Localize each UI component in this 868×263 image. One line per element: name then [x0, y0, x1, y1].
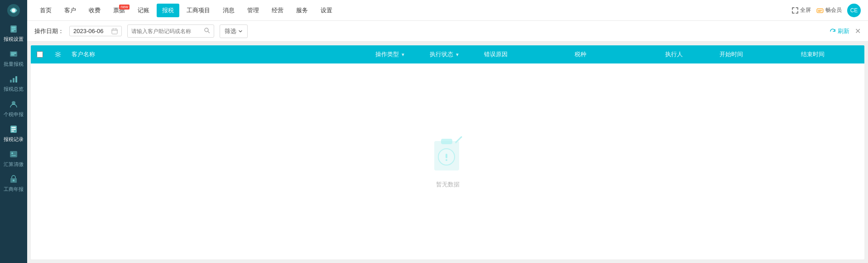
svg-rect-3 [11, 27, 16, 28]
sidebar-item-baoshuizonglan-label: 报税总览 [4, 86, 24, 92]
refresh-label: 刷新 [838, 27, 849, 35]
sidebar-item-baoshuijilu[interactable]: 报税记录 [0, 121, 27, 146]
svg-point-25 [205, 28, 208, 32]
th-shuizhong: 税种 [570, 50, 661, 58]
toolbar: 操作日期： 筛选 刷新 ✕ [27, 21, 868, 42]
svg-rect-19 [11, 155, 16, 156]
svg-rect-5 [11, 30, 14, 31]
fullscreen-button[interactable]: 全屏 [792, 6, 811, 14]
refresh-icon [830, 28, 836, 34]
date-input-wrap[interactable] [69, 26, 122, 36]
th-zhixingzhuangtai[interactable]: 执行状态 ▼ [425, 50, 480, 58]
baoshuijilu-icon [9, 125, 18, 135]
sidebar-item-piliangbaoshui[interactable]: 批量报税 [0, 46, 27, 71]
empty-clipboard-svg [430, 134, 466, 175]
sidebar-item-baoshuishezhi[interactable]: 报税设置 [0, 21, 27, 46]
sidebar-item-gongshangnianbaO[interactable]: 工商年报 [0, 171, 27, 196]
main-area: 首页 客户 收费 票据 new 记账 报税 工商项目 消息 管理 经营 服务 设… [27, 0, 868, 263]
search-button[interactable] [200, 25, 214, 37]
fullscreen-label: 全屏 [800, 6, 811, 14]
new-badge: new [119, 5, 129, 10]
th-cuowuyuanyin: 错误原因 [480, 50, 570, 58]
sidebar-item-geshuishenbao-label: 个税申报 [4, 112, 24, 117]
search-icon [204, 27, 210, 34]
svg-rect-8 [11, 54, 14, 55]
select-all-checkbox[interactable] [37, 51, 43, 58]
content-area: 操作日期： 筛选 刷新 ✕ [27, 21, 868, 263]
svg-rect-24 [112, 29, 117, 34]
empty-text: 暂无数据 [436, 180, 460, 189]
sort-icon-caozuoleixing: ▼ [401, 52, 405, 57]
calendar-icon [111, 28, 118, 34]
sidebar-item-huisuanjiaona[interactable]: 汇算清缴 [0, 146, 27, 171]
app-logo[interactable] [0, 0, 27, 21]
close-button[interactable]: ✕ [855, 27, 861, 35]
sidebar-item-baoshuijilu-label: 报税记录 [4, 136, 24, 142]
search-input[interactable] [128, 26, 200, 37]
table-body-empty: 暂无数据 [31, 63, 864, 259]
nav-item-gongshangxiangmu[interactable]: 工商项目 [181, 4, 216, 17]
svg-rect-10 [13, 78, 14, 83]
svg-rect-4 [11, 29, 16, 29]
gongshangnianbaO-icon [9, 175, 18, 185]
th-zhixingren: 执行人 [661, 50, 715, 58]
settings-icon [54, 51, 62, 58]
nav-item-jizhang[interactable]: 记账 [132, 4, 155, 17]
svg-rect-15 [11, 129, 16, 130]
nav-item-fuwu[interactable]: 服务 [291, 4, 313, 17]
svg-rect-28 [441, 139, 452, 144]
date-input[interactable] [73, 28, 110, 34]
svg-rect-7 [11, 53, 16, 54]
huisuanjiaona-icon [9, 150, 18, 160]
nav-items: 首页 客户 收费 票据 new 记账 报税 工商项目 消息 管理 经营 服务 设… [34, 4, 792, 17]
nav-item-shoufei[interactable]: 收费 [83, 4, 106, 17]
search-wrap [127, 24, 214, 38]
nav-item-guanli[interactable]: 管理 [242, 4, 264, 17]
svg-point-31 [446, 159, 447, 161]
sort-icon-zhixingzhuangtai: ▼ [455, 52, 460, 57]
piliangbaoshui-icon [9, 49, 18, 60]
nav-item-xiaoxi[interactable]: 消息 [217, 4, 240, 17]
sidebar-item-geshuishenbao[interactable]: 个税申报 [0, 96, 27, 121]
th-jieshushijian: 结束时间 [796, 50, 864, 58]
svg-rect-6 [10, 51, 17, 57]
sidebar-item-baoshuishezhi-label: 报税设置 [4, 36, 24, 42]
svg-rect-16 [11, 131, 14, 132]
member-label: 畅会员 [825, 6, 842, 14]
th-gear[interactable] [49, 51, 67, 58]
nav-item-baoshui[interactable]: 报税 [157, 4, 179, 17]
fullscreen-icon [792, 7, 798, 14]
member-icon [816, 7, 824, 14]
nav-item-shouye[interactable]: 首页 [34, 4, 57, 17]
table-container: 客户名称 操作类型 ▼ 执行状态 ▼ 错误原因 税种 执行人 [31, 45, 864, 259]
svg-point-26 [57, 54, 59, 56]
svg-rect-14 [11, 127, 16, 128]
member-button[interactable]: 畅会员 [816, 6, 842, 14]
sidebar-item-huisuanjiaona-label: 汇算清缴 [4, 161, 24, 167]
baoshuishezhi-icon [9, 24, 18, 35]
nav-item-kehu[interactable]: 客户 [59, 4, 82, 17]
geshuishenbao-icon [9, 100, 18, 110]
svg-point-18 [11, 152, 13, 154]
chevron-down-icon [238, 29, 243, 34]
svg-rect-30 [446, 154, 447, 158]
table-header: 客户名称 操作类型 ▼ 执行状态 ▼ 错误原因 税种 执行人 [31, 45, 864, 63]
refresh-button[interactable]: 刷新 [830, 27, 849, 35]
sidebar-item-baoshuizonglan[interactable]: 报税总览 [0, 71, 27, 96]
sidebar-item-gongshangnianbaO-label: 工商年报 [4, 186, 24, 192]
empty-icon [430, 134, 466, 175]
th-caozuoleixing[interactable]: 操作类型 ▼ [371, 50, 425, 58]
filter-button[interactable]: 筛选 [220, 24, 248, 38]
filter-label: 筛选 [225, 27, 236, 35]
sidebar: 报税设置 批量报税 报税总览 个税申报 报税记录 汇算清缴 工商年报 [0, 0, 27, 263]
th-checkbox[interactable] [31, 51, 49, 58]
nav-item-jingying[interactable]: 经营 [266, 4, 289, 17]
svg-rect-17 [10, 151, 17, 157]
svg-rect-11 [15, 76, 17, 83]
svg-rect-9 [10, 80, 12, 83]
nav-item-shezhi[interactable]: 设置 [315, 4, 338, 17]
top-nav-right: 全屏 畅会员 CE [792, 4, 861, 17]
th-kehumingcheng: 客户名称 [67, 50, 371, 58]
nav-item-piaojv[interactable]: 票据 new [108, 4, 130, 17]
user-avatar[interactable]: CE [847, 4, 861, 17]
